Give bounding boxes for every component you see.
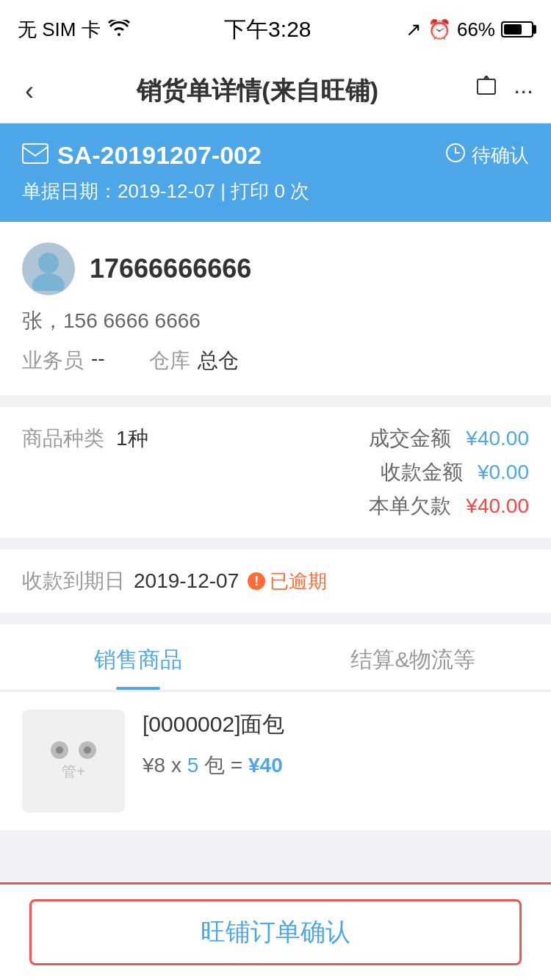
summary-section: 商品种类 1种 成交金额 ¥40.00 收款金额 ¥0.00 本单欠款 ¥40.… <box>0 407 551 538</box>
due-label: 收款到期日 <box>22 567 125 595</box>
customer-name: 张，156 6666 6666 <box>22 307 529 335</box>
svg-rect-0 <box>478 79 495 94</box>
page-title: 销货单详情(来自旺铺) <box>137 74 378 108</box>
salesperson-label: 业务员 <box>22 347 84 375</box>
product-info: [0000002]面包 ¥8 x 5 包 = ¥40 <box>143 710 529 779</box>
avatar <box>22 242 75 295</box>
customer-section: 17666666666 张，156 6666 6666 业务员 -- 仓库 总仓 <box>0 222 551 395</box>
overdue-icon: ! <box>248 572 265 590</box>
owed-label: 本单欠款 <box>369 492 451 520</box>
due-date-section: 收款到期日 2019-12-07 ! 已逾期 <box>0 550 551 613</box>
carrier-label: 无 SIM 卡 <box>18 17 101 43</box>
tab-sales-products[interactable]: 销售商品 <box>0 624 276 690</box>
alarm-icon: ⏰ <box>428 18 451 41</box>
status-bar: 无 SIM 卡 下午3:28 ↗ ⏰ 66% <box>0 0 551 59</box>
nav-bar: ‹ 销货单详情(来自旺铺) ··· <box>0 59 551 123</box>
warehouse-label: 仓库 <box>149 347 190 375</box>
order-id-text: SA-20191207-002 <box>57 141 262 170</box>
battery-percent: 66% <box>457 18 495 41</box>
order-envelope-icon <box>22 141 48 170</box>
product-price: ¥8 x 5 包 = ¥40 <box>143 752 529 779</box>
share-icon[interactable] <box>474 76 499 107</box>
product-section: 管+ [0000002]面包 ¥8 x 5 包 = ¥40 <box>0 692 551 830</box>
salesperson-value: -- <box>91 347 105 375</box>
svg-point-3 <box>38 253 59 273</box>
order-header: SA-20191207-002 待确认 单据日期：2019-12-07 | 打印… <box>0 123 551 222</box>
product-type-label: 商品种类 <box>22 425 104 453</box>
amount-label: 成交金额 <box>369 425 451 453</box>
due-date-value: 2019-12-07 <box>134 569 239 593</box>
svg-rect-1 <box>23 144 48 163</box>
time-label: 下午3:28 <box>224 15 311 45</box>
tabs-section: 销售商品 结算&物流等 <box>0 624 551 691</box>
order-date: 单据日期：2019-12-07 | 打印 0 次 <box>22 179 529 204</box>
confirm-btn-wrapper: 旺铺订单确认 <box>0 882 551 980</box>
status-left: 无 SIM 卡 <box>18 17 130 43</box>
summary-right: 成交金额 ¥40.00 收款金额 ¥0.00 本单欠款 ¥40.00 <box>369 425 529 520</box>
owed-value: ¥40.00 <box>466 494 529 518</box>
clock-icon <box>445 143 466 168</box>
more-icon[interactable]: ··· <box>514 77 533 104</box>
summary-left: 商品种类 1种 <box>22 425 369 453</box>
tab-settlement[interactable]: 结算&物流等 <box>276 624 551 690</box>
status-text: 待确认 <box>472 143 529 168</box>
order-status: 待确认 <box>445 143 529 168</box>
overdue-badge: ! 已逾期 <box>248 569 327 594</box>
nav-actions: ··· <box>474 76 533 107</box>
product-thumbnail: 管+ <box>22 710 125 813</box>
product-type-value: 1种 <box>116 425 148 453</box>
amount-value: ¥40.00 <box>466 427 529 450</box>
product-name: [0000002]面包 <box>143 710 529 740</box>
overdue-text: 已逾期 <box>270 569 327 594</box>
battery-icon <box>501 21 533 37</box>
back-button[interactable]: ‹ <box>18 68 41 114</box>
wifi-icon <box>108 18 130 41</box>
product-total: ¥40 <box>248 754 283 777</box>
tabs-row: 销售商品 结算&物流等 <box>0 624 551 691</box>
customer-meta: 业务员 -- 仓库 总仓 <box>22 347 529 375</box>
payment-value: ¥0.00 <box>478 461 529 484</box>
order-id-row: SA-20191207-002 <box>22 141 262 170</box>
product-quantity: 5 <box>187 754 199 777</box>
confirm-button[interactable]: 旺铺订单确认 <box>29 899 522 965</box>
navigation-icon: ↗ <box>406 18 422 41</box>
status-right: ↗ ⏰ 66% <box>406 18 533 41</box>
product-item: 管+ [0000002]面包 ¥8 x 5 包 = ¥40 <box>22 710 529 813</box>
customer-phone: 17666666666 <box>90 253 251 284</box>
warehouse-value: 总仓 <box>198 347 239 375</box>
svg-point-4 <box>32 273 65 291</box>
payment-label: 收款金额 <box>381 458 463 486</box>
